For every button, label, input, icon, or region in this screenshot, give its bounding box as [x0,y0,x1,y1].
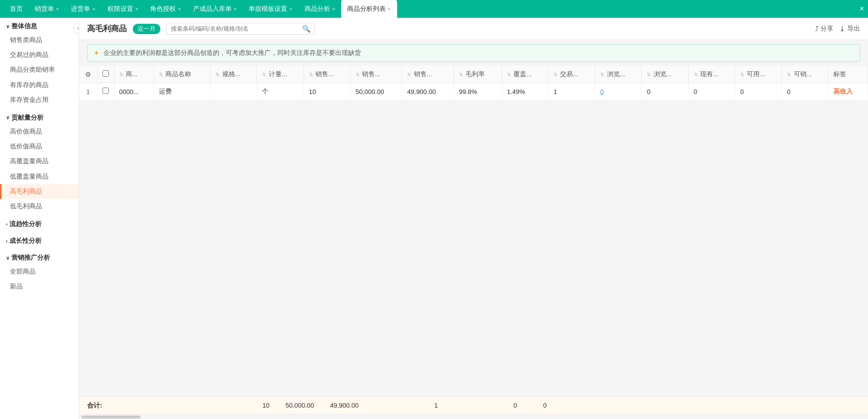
sort-icon-sales-profit: ⇅ [407,72,411,77]
sidebar-group-marketing-title[interactable]: ∨ 营销推广分析 [0,249,79,264]
tab-analysis-list[interactable]: 商品分析列表 × [341,0,397,18]
scrollbar-thumb[interactable] [81,416,141,419]
row-saleable: 0 [782,83,828,100]
footer-label: 合计: [87,401,102,410]
th-tag: 标签 [828,66,868,83]
arrow-icon-5: ∨ [6,255,9,261]
sort-icon-browse1: ⇅ [600,72,604,77]
sidebar-group-trend: › 流趋性分析 [0,216,79,231]
tab-bar: 首页 销货单 × 进货单 × 权限设置 × 角色授权 × 产成品入库单 × 单据… [0,0,868,18]
row-sales-profit: 49,900.00 [402,83,454,100]
row-code: 0000... [114,83,153,100]
sidebar-group-marketing: ∨ 营销推广分析 全部商品 新品 [0,249,79,294]
sidebar-item-high-margin[interactable]: 高毛利商品 [0,184,79,199]
filter-btn[interactable]: 近一月 [133,24,160,34]
th-current-stock: ⇅ 现有... [688,66,735,83]
sort-icon-sales-qty: ⇅ [309,72,313,77]
window-close-btn[interactable]: × [860,4,864,13]
th-code: ⇅ 商... [114,66,153,83]
sidebar-group-growth-title[interactable]: › 成长性分析 [0,233,79,247]
sidebar-group-overall-title[interactable]: ∨ 整体信息 [0,18,79,33]
info-bar: ✦ 企业的主要的利润都是这部分商品创造的，可考虑加大推广，同时关注库存是不要出现… [87,44,860,62]
tab-home[interactable]: 首页 [4,0,29,18]
row-current-stock: 0 [688,83,735,100]
tab-permission[interactable]: 权限设置 × [102,0,144,18]
tab-analysis-list-label: 商品分析列表 [347,4,386,13]
footer-sales-profit: 49,900.00 [319,402,363,409]
tab-role[interactable]: 角色授权 × [144,0,187,18]
tab-product-in[interactable]: 产成品入库单 × [187,0,243,18]
tab-sales-label: 销货单 [35,4,54,13]
tab-sales-close[interactable]: × [56,6,59,12]
sort-icon-coverage: ⇅ [507,72,511,77]
sidebar-item-new-goods[interactable]: 新品 [0,279,79,294]
tab-purchase[interactable]: 进货单 × [65,0,101,18]
search-icon[interactable]: 🔍 [302,25,310,33]
sidebar-item-in-stock[interactable]: 有库存的商品 [0,78,79,93]
search-input[interactable] [171,25,299,32]
tab-sales[interactable]: 销货单 × [29,0,65,18]
arrow-icon-3: › [6,222,7,227]
tab-template-close[interactable]: × [289,6,292,12]
footer-cells: 10 50,000.00 49,900.00 1 0 0 [106,402,860,409]
th-settings[interactable]: ⚙ [79,66,97,83]
row-select-checkbox[interactable] [102,88,109,94]
row-spec [210,83,257,100]
search-box[interactable]: 🔍 [166,23,315,35]
row-browse1[interactable]: 0 [595,83,642,100]
page-title: 高毛利商品 [87,24,127,34]
share-btn[interactable]: ⤴ 分享 [815,24,833,33]
sidebar-item-category-rate[interactable]: 商品分类助销率 [0,62,79,77]
th-checkbox[interactable] [97,66,114,83]
sidebar-item-traded-goods[interactable]: 交易过的商品 [0,47,79,62]
row-checkbox[interactable] [97,83,114,100]
sort-icon-available: ⇅ [740,72,744,77]
tab-analysis[interactable]: 商品分析 × [299,0,341,18]
info-icon: ✦ [94,49,100,57]
tab-home-label: 首页 [10,4,23,13]
tab-purchase-label: 进货单 [71,4,90,13]
info-text: 企业的主要的利润都是这部分商品创造的，可考虑加大推广，同时关注库存是不要出现缺货 [103,48,361,57]
horizontal-scrollbar[interactable] [79,414,868,419]
sidebar-item-all-goods[interactable]: 全部商品 [0,264,79,279]
th-available: ⇅ 可用... [735,66,781,83]
row-name: 运费 [153,83,210,100]
tab-analysis-label: 商品分析 [305,4,330,13]
sidebar-group-contribution-title[interactable]: ∨ 贡献量分析 [0,109,79,124]
settings-icon[interactable]: ⚙ [85,71,91,78]
tab-product-in-close[interactable]: × [234,6,237,12]
sort-icon-gross-margin: ⇅ [459,72,463,77]
sidebar-item-stock-capital[interactable]: 库存资金占用 [0,93,79,107]
tab-template-label: 单据模板设置 [249,4,287,13]
sidebar-item-low-value[interactable]: 低价值商品 [0,139,79,154]
tab-template[interactable]: 单据模板设置 × [243,0,298,18]
sidebar-item-high-coverage[interactable]: 高覆盖量商品 [0,154,79,169]
row-sales-amount: 50,000.00 [350,83,402,100]
sidebar-item-low-coverage[interactable]: 低覆盖量商品 [0,169,79,184]
tab-role-close[interactable]: × [178,6,181,12]
sidebar-group-trend-title[interactable]: › 流趋性分析 [0,216,79,231]
table-row: 1 0000... 运费 [79,83,868,100]
select-all-checkbox[interactable] [102,70,109,77]
tab-analysis-list-close[interactable]: × [388,6,391,12]
sidebar-group-overall: ∨ 整体信息 销售类商品 交易过的商品 商品分类助销率 有库存的商品 库存资金占… [0,18,79,107]
sort-icon-name: ⇅ [159,72,163,77]
footer-transaction: 1 [413,402,443,409]
th-saleable: ⇅ 可销... [782,66,828,83]
th-gross-margin: ⇅ 毛利率 [454,66,502,83]
sidebar-item-low-margin[interactable]: 低毛利商品 [0,199,79,214]
sort-icon-browse2: ⇅ [647,72,651,77]
sidebar-item-high-value[interactable]: 高价值商品 [0,124,79,139]
arrow-icon: ∨ [6,24,9,29]
th-sales-qty: ⇅ 销售... [304,66,350,83]
sidebar-item-sales-goods[interactable]: 销售类商品 [0,33,79,47]
arrow-icon-4: › [6,238,7,244]
tab-analysis-close[interactable]: × [332,6,335,12]
tab-permission-close[interactable]: × [135,6,138,12]
row-coverage: 1.49% [502,83,548,100]
export-btn[interactable]: ⤓ 导出 [839,24,860,33]
row-tag: 高收入 [828,83,868,100]
tab-purchase-close[interactable]: × [92,6,95,12]
footer-available: 0 [522,402,552,409]
table-container[interactable]: ⚙ ⇅ 商... ⇅ 商品名称 [79,66,868,396]
